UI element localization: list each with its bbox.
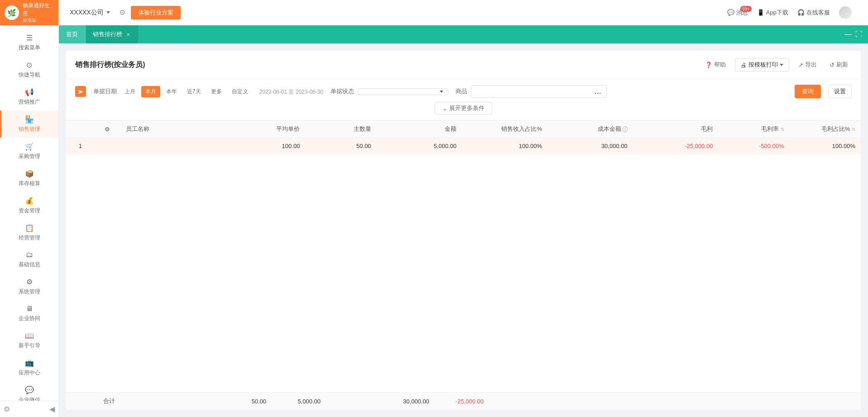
footer-label: 合计 xyxy=(103,397,176,405)
table-header-row: ⚙ 员工名称 平均单价 主数量 金额 销售收入占比% 成本金额 i 毛利 毛利率… xyxy=(66,120,861,138)
sidebar-nav: ☰ 搜索菜单 ⊙ 快捷导航 📢 营销推广 🏪 销售管理 🛒 采购管理 📦 库存核… xyxy=(0,25,58,401)
tabs-bar: 首页 销售排行榜 ✕ — ⛶ xyxy=(59,25,868,43)
topbar-right: 💬 消息 99+ 📱 App下载 🎧 在线客服 xyxy=(727,6,861,19)
sidebar-item-销售管理[interactable]: 🏪 销售管理 xyxy=(0,110,58,138)
topbar-settings-icon[interactable]: ⚙ xyxy=(119,8,125,17)
date-btn-more[interactable]: 更多 xyxy=(207,86,226,97)
message-item[interactable]: 💬 消息 99+ xyxy=(727,9,748,17)
sidebar-label: 企业协同 xyxy=(19,315,40,322)
goods-input[interactable]: … xyxy=(471,85,607,98)
company-selector[interactable]: XXXXX公司 xyxy=(66,7,114,19)
sidebar-icon: ☰ xyxy=(26,34,33,42)
col-header-qty: 主数量 xyxy=(305,120,376,138)
table-footer: 合计 50.00 5,000.00 30,000.00 -25,000.00 xyxy=(66,392,861,410)
profit-rate-sort-icon[interactable]: ⇅ xyxy=(781,127,784,132)
online-service-item[interactable]: 🎧 在线客服 xyxy=(797,9,830,17)
col-header-cost: 成本金额 i xyxy=(547,120,633,138)
sidebar-icon: 🛒 xyxy=(25,142,34,151)
topbar: XXXXX公司 ⚙ 体验行业方案 💬 消息 99+ 📱 App下载 🎧 在线客服 xyxy=(59,0,868,25)
sidebar-item-系统管理[interactable]: ⚙ 系统管理 xyxy=(0,273,58,300)
message-icon: 💬 xyxy=(727,9,734,16)
tabs-minimize-icon[interactable]: — xyxy=(844,30,852,38)
sidebar-label: 快捷导航 xyxy=(19,71,40,79)
print-icon: 🖨 xyxy=(741,62,747,68)
sidebar: 🌿 畅康通好生意 标准版 ☰ 搜索菜单 ⊙ 快捷导航 📢 营销推广 🏪 销售管理… xyxy=(0,0,59,417)
sidebar-item-经营管理[interactable]: 📋 经营管理 xyxy=(0,219,58,246)
sidebar-icon: 📖 xyxy=(25,331,34,340)
date-btn-custom[interactable]: 自定义 xyxy=(228,86,252,97)
page-title: 销售排行榜(按业务员) xyxy=(75,60,145,70)
user-avatar[interactable] xyxy=(839,6,852,19)
online-service-icon: 🎧 xyxy=(797,9,805,16)
status-filter-item: 单据状态 xyxy=(331,87,448,96)
sidebar-item-采购管理[interactable]: 🛒 采购管理 xyxy=(0,138,58,165)
cell-amount: 5,000.00 xyxy=(377,138,462,154)
goods-input-dots-icon[interactable]: … xyxy=(594,87,602,96)
table-row: 1 100.00 50.00 5,000.00 100.00% 30,000.0… xyxy=(66,138,861,154)
sidebar-item-企业微信[interactable]: 💬 企业微信 xyxy=(0,381,58,401)
logo-icon: 🌿 xyxy=(5,5,19,20)
sidebar-icon: 💬 xyxy=(25,386,34,394)
sidebar-icon: 📢 xyxy=(25,88,34,96)
app-download-label: App下载 xyxy=(766,9,788,17)
sidebar-item-企业协同[interactable]: 🖥 企业协同 xyxy=(0,300,58,327)
tabs-expand-icon[interactable]: ⛶ xyxy=(855,30,863,38)
sidebar-label: 采购管理 xyxy=(19,153,40,160)
expand-conditions-button[interactable]: ⌄ 展开更多条件 xyxy=(435,102,492,115)
sidebar-item-快捷导航[interactable]: ⊙ 快捷导航 xyxy=(0,56,58,83)
sidebar-bottom-settings-icon[interactable]: ⚙ xyxy=(4,405,10,413)
tab-sales-ranking[interactable]: 销售排行榜 ✕ xyxy=(86,25,139,43)
page-header: 销售排行榜(按业务员) ❓ 帮助 🖨 按模板打印 ↗ 导出 xyxy=(66,51,861,79)
sidebar-item-库存核算[interactable]: 📦 库存核算 xyxy=(0,165,58,192)
footer-profit: -25,000.00 xyxy=(429,398,484,405)
print-dropdown-icon xyxy=(780,64,783,66)
print-template-button[interactable]: 🖨 按模板打印 xyxy=(735,58,789,72)
sidebar-label: 基础信息 xyxy=(19,261,40,268)
cell-settings xyxy=(95,138,120,154)
sidebar-bottom-collapse-icon[interactable]: ◀ xyxy=(49,405,55,413)
expand-down-icon: ⌄ xyxy=(442,105,447,112)
col-header-amount: 金额 xyxy=(377,120,462,138)
cell-profit-rate: -500.00% xyxy=(718,138,789,154)
logo-name: 畅康通好生意 xyxy=(23,2,54,17)
sidebar-label: 经营管理 xyxy=(19,234,40,242)
sidebar-label: 销售管理 xyxy=(19,125,40,133)
col-header-no xyxy=(66,120,95,138)
query-button[interactable]: 查询 xyxy=(795,85,821,98)
sidebar-item-搜索菜单[interactable]: ☰ 搜索菜单 xyxy=(0,29,58,56)
filter-row: ▶ 单据日期 上月 本月 本年 近7天 更多 自定义 xyxy=(75,85,852,98)
trial-button[interactable]: 体验行业方案 xyxy=(131,6,181,19)
date-btn-this-month[interactable]: 本月 xyxy=(141,86,160,97)
tab-close-icon[interactable]: ✕ xyxy=(125,31,131,38)
date-range-display: 2023-06-01 至 2023-06-30 xyxy=(259,87,323,96)
page-actions: ❓ 帮助 🖨 按模板打印 ↗ 导出 ↺ 刷新 xyxy=(701,58,852,72)
status-select[interactable] xyxy=(358,88,448,95)
app-download-item[interactable]: 📱 App下载 xyxy=(757,9,788,17)
settings-button[interactable]: 设置 xyxy=(828,85,852,98)
cell-qty: 50.00 xyxy=(305,138,376,154)
online-service-label: 在线客服 xyxy=(806,9,830,17)
status-select-dropdown-icon xyxy=(440,91,443,93)
help-button[interactable]: ❓ 帮助 xyxy=(701,59,729,71)
date-btn-this-year[interactable]: 本年 xyxy=(162,86,181,97)
col-header-profit-rate: 毛利率 ⇅ xyxy=(718,120,789,138)
tab-home[interactable]: 首页 xyxy=(59,25,86,43)
sidebar-bottom: ⚙ ◀ xyxy=(0,401,58,417)
cell-no: 1 xyxy=(66,138,95,154)
filter-collapse-icon[interactable]: ▶ xyxy=(75,86,86,97)
sidebar-item-应用中心[interactable]: 📺 应用中心 xyxy=(0,354,58,381)
profit-pct-sort-icon[interactable]: ⇅ xyxy=(852,127,855,132)
cell-cost: 30,000.00 xyxy=(547,138,633,154)
sidebar-item-基础信息[interactable]: 🗂 基础信息 xyxy=(0,246,58,273)
col-header-settings[interactable]: ⚙ xyxy=(95,120,120,138)
sidebar-item-新手引导[interactable]: 📖 新手引导 xyxy=(0,327,58,354)
data-table: ⚙ 员工名称 平均单价 主数量 金额 销售收入占比% 成本金额 i 毛利 毛利率… xyxy=(66,120,861,154)
company-name: XXXXX公司 xyxy=(70,9,104,17)
date-btn-last-month[interactable]: 上月 xyxy=(120,86,139,97)
sidebar-item-营销推广[interactable]: 📢 营销推广 xyxy=(0,83,58,110)
date-btn-7days[interactable]: 近7天 xyxy=(183,86,205,97)
refresh-button[interactable]: ↺ 刷新 xyxy=(826,59,852,71)
sidebar-item-资金管理[interactable]: 💰 资金管理 xyxy=(0,192,58,219)
export-button[interactable]: ↗ 导出 xyxy=(795,59,820,71)
tab-sales-ranking-label: 销售排行榜 xyxy=(93,30,122,38)
